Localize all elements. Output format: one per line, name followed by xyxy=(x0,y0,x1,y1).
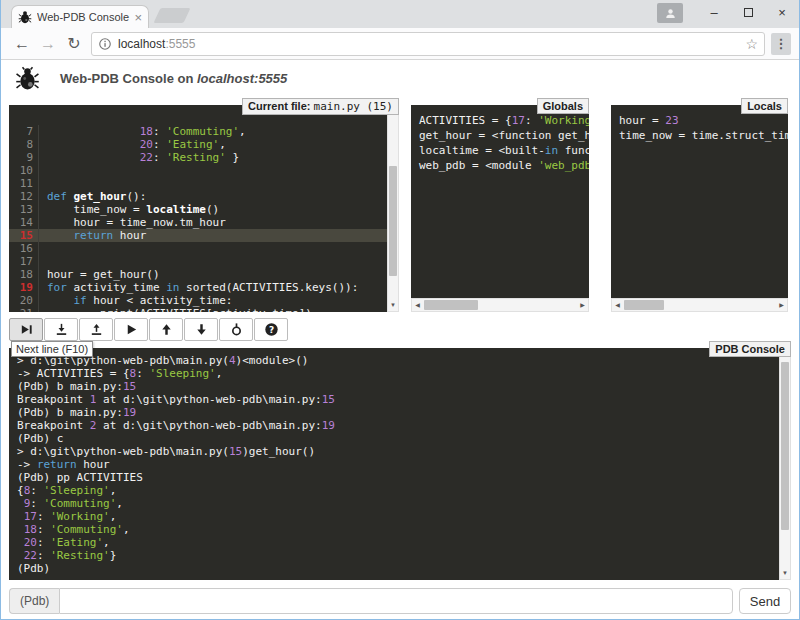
scroll-right-icon[interactable]: ▶ xyxy=(577,299,588,311)
browser-menu-icon[interactable]: ⋮ xyxy=(771,33,791,55)
send-button[interactable]: Send xyxy=(739,588,791,614)
minimize-button[interactable]: – xyxy=(697,0,731,24)
code-line: 13 time_now = localtime() xyxy=(9,203,387,216)
window-controls: – × xyxy=(657,0,799,28)
up-button[interactable] xyxy=(149,318,183,341)
console-line: 9: 'Commuting', xyxy=(9,497,779,510)
step-into-button[interactable] xyxy=(44,318,78,341)
code-line: 11 xyxy=(9,177,387,190)
code-line: 21 print(ACTIVITIES[activity_time]) xyxy=(9,307,387,312)
pdb-prompt-label: (Pdb) xyxy=(9,588,59,614)
console-line: (Pdb) b main.py:19 xyxy=(9,406,779,419)
console-line: {8: 'Sleeping', xyxy=(9,484,779,497)
up-icon xyxy=(159,322,174,337)
new-tab-button[interactable] xyxy=(154,8,191,23)
tab-strip: Web-PDB Console on lo × – × xyxy=(1,0,799,28)
locals-view: hour = 23time_now = time.struct_time(tm_… xyxy=(611,105,788,298)
help-button[interactable]: ? xyxy=(254,318,288,341)
code-text: hour = get_hour() xyxy=(39,268,160,281)
command-input[interactable] xyxy=(59,588,733,614)
code-text: if hour < activity_time: xyxy=(39,294,232,307)
code-text: 22: 'Resting' } xyxy=(39,151,239,164)
code-line: 15 return hour xyxy=(9,229,387,242)
pdb-console-badge: PDB Console xyxy=(709,341,791,357)
console-line: 20: 'Eating', xyxy=(9,536,779,549)
line-number[interactable]: 14 xyxy=(9,216,39,229)
code-text: def get_hour(): xyxy=(39,190,146,203)
scroll-left-icon[interactable]: ◀ xyxy=(612,299,623,311)
continue-button[interactable] xyxy=(114,318,148,341)
globals-view: ACTIVITIES = {17: 'Working', 18: 'Cget_h… xyxy=(411,105,589,298)
globals-badge: Globals xyxy=(537,98,589,114)
console-line: 17: 'Working', xyxy=(9,510,779,523)
console-line: (Pdb) xyxy=(9,562,779,575)
help-icon: ? xyxy=(264,322,279,337)
maximize-button[interactable] xyxy=(731,0,765,24)
code-editor: 7 18: 'Commuting',8 20: 'Eating',9 22: '… xyxy=(9,105,387,312)
console-line: 22: 'Resting'} xyxy=(9,549,779,562)
browser-tab[interactable]: Web-PDB Console on lo × xyxy=(11,5,149,28)
scroll-down-icon[interactable]: ▼ xyxy=(780,568,790,579)
console-line: > d:\git\python-web-pdb\main.py(15)get_h… xyxy=(9,445,779,458)
close-button[interactable]: × xyxy=(765,0,799,24)
app-header: Web-PDB Console on localhost:5555 xyxy=(15,66,287,91)
step-out-icon xyxy=(89,322,104,337)
code-line: 10 xyxy=(9,164,387,177)
down-button[interactable] xyxy=(184,318,218,341)
page-info-icon[interactable] xyxy=(98,37,112,51)
reload-icon[interactable]: ↻ xyxy=(61,34,87,53)
forward-icon[interactable]: → xyxy=(35,35,61,53)
tab-close-icon[interactable]: × xyxy=(134,11,142,24)
code-text xyxy=(39,255,47,268)
globals-line: web_pdb = <module 'web_pdb' from 'd xyxy=(411,156,589,171)
line-number[interactable]: 18 xyxy=(9,268,39,281)
address-bar[interactable]: localhost:5555 ☆ xyxy=(91,32,765,56)
line-number[interactable]: 11 xyxy=(9,177,39,190)
line-number[interactable]: 21 xyxy=(9,307,39,312)
globals-panel: Globals ACTIVITIES = {17: 'Working', 18:… xyxy=(411,105,589,312)
bug-logo-icon xyxy=(15,66,40,91)
scroll-left-icon[interactable]: ◀ xyxy=(412,299,423,311)
profile-button[interactable] xyxy=(657,3,683,23)
code-text xyxy=(39,164,47,177)
back-icon[interactable]: ← xyxy=(9,35,35,53)
code-line: 18hour = get_hour() xyxy=(9,268,387,281)
line-number[interactable]: 16 xyxy=(9,242,39,255)
line-number[interactable]: 9 xyxy=(9,151,39,164)
code-line: 17 xyxy=(9,255,387,268)
console-line: (Pdb) b main.py:15 xyxy=(9,380,779,393)
breakpoint-line-number[interactable]: 19 xyxy=(9,281,39,294)
code-line: 14 hour = time_now.tm_hour xyxy=(9,216,387,229)
next-line-button[interactable] xyxy=(9,318,43,341)
code-text: 20: 'Eating', xyxy=(39,138,226,151)
svg-text:?: ? xyxy=(268,325,273,335)
line-number[interactable]: 13 xyxy=(9,203,39,216)
line-number[interactable]: 7 xyxy=(9,125,39,138)
console-vertical-scrollbar[interactable]: ▲ ▼ xyxy=(779,348,791,580)
line-number[interactable]: 17 xyxy=(9,255,39,268)
locals-horizontal-scrollbar[interactable]: ◀ ▶ xyxy=(611,298,788,312)
globals-horizontal-scrollbar[interactable]: ◀ ▶ xyxy=(411,298,589,312)
continue-icon xyxy=(124,322,139,337)
where-button[interactable] xyxy=(219,318,253,341)
line-number[interactable]: 8 xyxy=(9,138,39,151)
code-vertical-scrollbar[interactable]: ▲ ▼ xyxy=(387,105,399,312)
tab-title: Web-PDB Console on lo xyxy=(37,11,132,23)
bookmark-star-icon[interactable]: ☆ xyxy=(745,36,758,52)
scroll-right-icon[interactable]: ▶ xyxy=(776,299,787,311)
console-line: Breakpoint 1 at d:\git\python-web-pdb\ma… xyxy=(9,393,779,406)
step-out-button[interactable] xyxy=(79,318,113,341)
code-text: 18: 'Commuting', xyxy=(39,125,246,138)
line-number[interactable]: 12 xyxy=(9,190,39,203)
code-line: 19for activity_time in sorted(ACTIVITIES… xyxy=(9,281,387,294)
console-line: Breakpoint 2 at d:\git\python-web-pdb\ma… xyxy=(9,419,779,432)
console-line: (Pdb) c xyxy=(9,432,779,445)
down-icon xyxy=(194,322,209,337)
scroll-down-icon[interactable]: ▼ xyxy=(388,300,398,311)
line-number[interactable]: 20 xyxy=(9,294,39,307)
current-file-badge: Current file: main.py (15) xyxy=(242,98,399,115)
line-number[interactable]: 10 xyxy=(9,164,39,177)
breakpoint-line-number[interactable]: 15 xyxy=(9,229,39,242)
code-text xyxy=(39,242,47,255)
next-line-tooltip: Next line (F10) xyxy=(11,341,93,357)
